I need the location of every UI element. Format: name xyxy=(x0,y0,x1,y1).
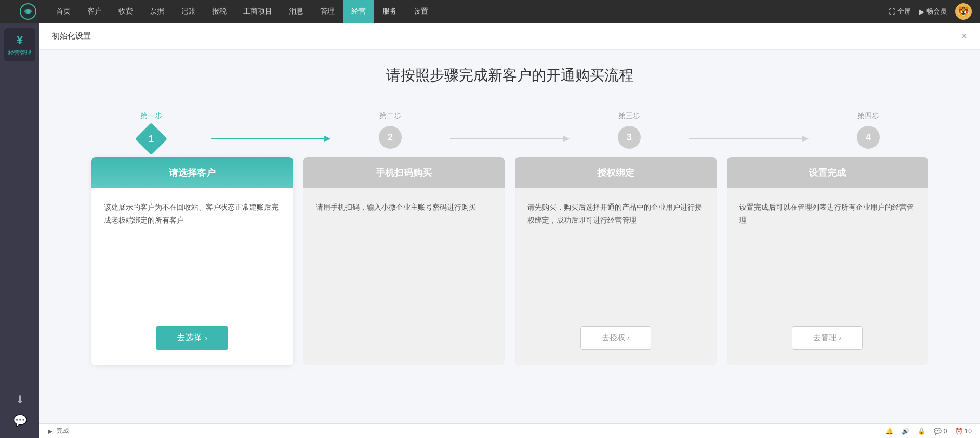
connector-3-4: ▶ xyxy=(689,111,809,143)
close-button[interactable]: × xyxy=(961,30,968,42)
card-1-body: 该处展示的客户为不在回收站、客户状态正常建账后完成老板端绑定的所有客户 xyxy=(91,188,293,318)
connector-arrow-2: ▶ xyxy=(563,133,570,143)
step-1-diamond: 1 xyxy=(138,126,164,152)
nav-business[interactable]: 工商项目 xyxy=(235,0,281,23)
nav-items: 首页 客户 收费 票据 记账 报税 工商项目 消息 管理 经营 服务 设置 xyxy=(48,0,889,23)
step-4-label: 第四步 xyxy=(857,111,879,121)
lock-icon[interactable]: 🔒 xyxy=(918,428,925,435)
nav-customer[interactable]: 客户 xyxy=(79,0,110,23)
layout: ¥ 经营管理 ⬇ 💬 初始化设置 × 请按照步骤完成新客户的开通购买流程 第一步 xyxy=(0,23,980,438)
status-text: 完成 xyxy=(57,427,69,435)
step-4-circle: 4 xyxy=(857,126,880,149)
card-step3: 授权绑定 请先购买，购买后选择开通的产品中的企业用户进行授权绑定，成功后即可进行… xyxy=(515,157,717,365)
step-2-circle: 2 xyxy=(379,126,402,149)
connector-line-2 xyxy=(450,138,564,139)
page-heading: 请按照步骤完成新客户的开通购买流程 xyxy=(71,66,949,85)
sidebar-bottom: ⬇ 💬 xyxy=(13,393,27,428)
volume-icon[interactable]: 🔊 xyxy=(902,428,909,435)
panel-title: 初始化设置 xyxy=(52,31,91,41)
step-1-col: 第一步 1 xyxy=(91,111,211,152)
chevron-right-icon: › xyxy=(205,333,207,343)
card-4-footer: 去管理 › xyxy=(727,318,929,365)
nav-right: ⛶ 全屏 ▶ 畅会员 🐯 xyxy=(889,3,972,20)
nav-account[interactable]: 记账 xyxy=(173,0,204,23)
card-step2: 手机扫码购买 请用手机扫码，输入小微企业主账号密码进行购买 xyxy=(303,157,505,365)
nav-settings[interactable]: 设置 xyxy=(405,0,436,23)
connector-arrow-1: ▶ xyxy=(324,133,330,143)
step-3-label: 第三步 xyxy=(618,111,640,121)
nav-manage[interactable]: 管理 xyxy=(312,0,343,23)
connector-1-2: ▶ xyxy=(211,111,330,143)
go-manage-button[interactable]: 去管理 › xyxy=(792,326,863,350)
nav-service[interactable]: 服务 xyxy=(374,0,405,23)
svg-point-1 xyxy=(26,9,30,14)
card-4-header: 设置完成 xyxy=(727,157,929,188)
avatar[interactable]: 🐯 xyxy=(955,3,972,20)
card-2-header: 手机扫码购买 xyxy=(303,157,505,188)
nav-operation[interactable]: 经营 xyxy=(343,0,374,23)
go-select-button[interactable]: 去选择 › xyxy=(156,326,228,350)
clock-count: ⏰ 10 xyxy=(955,428,972,435)
card-1-header: 请选择客户 xyxy=(91,157,293,188)
bell-icon[interactable]: 🔔 xyxy=(885,428,893,435)
sidebar: ¥ 经营管理 ⬇ 💬 xyxy=(0,23,39,438)
sidebar-item-operation[interactable]: ¥ 经营管理 xyxy=(4,28,35,61)
support-icon[interactable]: 💬 xyxy=(13,414,27,428)
card-2-body: 请用手机扫码，输入小微企业主账号密码进行购买 xyxy=(303,188,505,365)
cards-row: 请选择客户 该处展示的客户为不在回收站、客户状态正常建账后完成老板端绑定的所有客… xyxy=(91,157,928,365)
play-icon: ▶ xyxy=(48,428,52,435)
top-nav: 首页 客户 收费 票据 记账 报税 工商项目 消息 管理 经营 服务 设置 ⛶ … xyxy=(0,0,980,23)
step-4-col: 第四步 4 xyxy=(809,111,928,149)
download-icon[interactable]: ⬇ xyxy=(16,393,24,406)
logo xyxy=(8,3,48,20)
fullscreen-btn[interactable]: ⛶ 全屏 xyxy=(889,7,911,16)
nav-bill[interactable]: 票据 xyxy=(141,0,173,23)
step-1-label: 第一步 xyxy=(140,111,162,121)
card-4-body: 设置完成后可以在管理列表进行所有企业用户的经营管理 xyxy=(727,188,929,318)
card-step1: 请选择客户 该处展示的客户为不在回收站、客户状态正常建账后完成老板端绑定的所有客… xyxy=(91,157,293,365)
main-content: 初始化设置 × 请按照步骤完成新客户的开通购买流程 第一步 1 xyxy=(39,23,980,438)
connector-line-3 xyxy=(689,138,803,139)
card-3-header: 授权绑定 xyxy=(515,157,717,188)
nav-tax[interactable]: 报税 xyxy=(204,0,235,23)
chat-count: 💬 0 xyxy=(934,428,947,435)
member-btn[interactable]: ▶ 畅会员 xyxy=(919,7,947,16)
step-2-col: 第二步 2 xyxy=(330,111,450,149)
card-step4: 设置完成 设置完成后可以在管理列表进行所有企业用户的经营管理 去管理 › xyxy=(727,157,929,365)
go-auth-button[interactable]: 去授权 › xyxy=(580,326,651,350)
connector-arrow-3: ▶ xyxy=(802,133,809,143)
panel-header: 初始化设置 × xyxy=(39,23,980,50)
connector-line-active xyxy=(211,138,325,139)
card-3-footer: 去授权 › xyxy=(515,318,717,365)
nav-home[interactable]: 首页 xyxy=(48,0,79,23)
step-1-number: 1 xyxy=(149,134,154,145)
step-3-col: 第三步 3 xyxy=(570,111,689,149)
steps-row: 第一步 1 ▶ 第二步 xyxy=(91,111,928,152)
fullscreen-icon: ⛶ xyxy=(889,8,895,16)
connector-2-3: ▶ xyxy=(450,111,570,143)
content-area: 请按照步骤完成新客户的开通购买流程 第一步 1 xyxy=(39,50,980,423)
yuan-icon: ¥ xyxy=(17,33,23,47)
steps-and-cards: 第一步 1 ▶ 第二步 xyxy=(71,111,949,365)
status-bar: ▶ 完成 🔔 🔊 🔒 💬 0 ⏰ 10 xyxy=(39,423,980,438)
step-2-label: 第二步 xyxy=(379,111,401,121)
card-1-footer: 去选择 › xyxy=(91,318,293,365)
nav-fee[interactable]: 收费 xyxy=(110,0,141,23)
step-3-circle: 3 xyxy=(618,126,641,149)
nav-message[interactable]: 消息 xyxy=(281,0,312,23)
card-3-body: 请先购买，购买后选择开通的产品中的企业用户进行授权绑定，成功后即可进行经营管理 xyxy=(515,188,717,318)
member-icon: ▶ xyxy=(919,8,924,16)
status-bar-right: 🔔 🔊 🔒 💬 0 ⏰ 10 xyxy=(885,428,972,435)
